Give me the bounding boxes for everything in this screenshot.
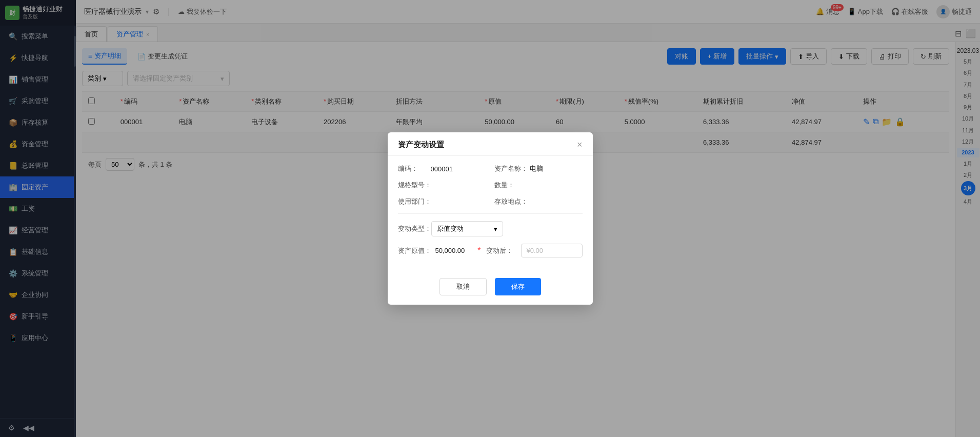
modal-change-type-value: 原值变动 [437,224,464,233]
modal-change-type-arrow: ▾ [494,225,497,233]
modal-department-label: 使用部门： [398,197,431,206]
modal-required-star: * [477,246,481,255]
modal-spec-field: 规格型号： [398,181,486,190]
modal-close-btn[interactable]: × [577,140,583,150]
modal-after-change-label: 变动后： [486,246,517,255]
cancel-button[interactable]: 取消 [439,278,487,295]
modal-change-type-label: 变动类型： [398,224,431,233]
modal-row-3: 使用部门： 存放地点： [398,197,583,206]
modal-spec-label: 规格型号： [398,181,431,190]
modal-name-field: 资产名称： 电脑 [494,164,583,173]
modal-title: 资产变动设置 [398,140,444,150]
modal-body: 编码： 000001 资产名称： 电脑 规格型号： 数量： [388,156,593,274]
modal-quantity-field: 数量： [494,181,583,190]
save-button[interactable]: 保存 [495,278,541,295]
modal-code-field: 编码： 000001 [398,164,486,173]
asset-change-modal: 资产变动设置 × 编码： 000001 资产名称： 电脑 规格型号： [388,132,593,305]
modal-department-field: 使用部门： [398,197,486,206]
modal-name-label: 资产名称： [494,164,528,173]
modal-name-value: 电脑 [530,164,543,173]
modal-change-type-select[interactable]: 原值变动 ▾ [431,221,503,236]
modal-location-field: 存放地点： [494,197,583,206]
modal-code-value: 000001 [431,165,453,173]
modal-original-label: 资产原值： [398,246,431,255]
modal-quantity-label: 数量： [494,181,525,190]
modal-divider [398,213,583,214]
modal-change-type-row: 变动类型： 原值变动 ▾ [398,221,583,236]
modal-code-label: 编码： [398,164,429,173]
modal-overlay: 资产变动设置 × 编码： 000001 资产名称： 电脑 规格型号： [0,0,980,437]
modal-after-change-placeholder: ¥0.00 [527,247,544,254]
modal-footer: 取消 保存 [388,274,593,305]
modal-row-2: 规格型号： 数量： [398,181,583,190]
modal-location-label: 存放地点： [494,197,528,206]
modal-original-value: 50,000.00 [435,247,465,254]
modal-header: 资产变动设置 × [388,132,593,156]
modal-amount-row: 资产原值： 50,000.00 * 变动后： ¥0.00 [398,244,583,257]
modal-after-change-input[interactable]: ¥0.00 [521,244,583,257]
modal-row-1: 编码： 000001 资产名称： 电脑 [398,164,583,173]
